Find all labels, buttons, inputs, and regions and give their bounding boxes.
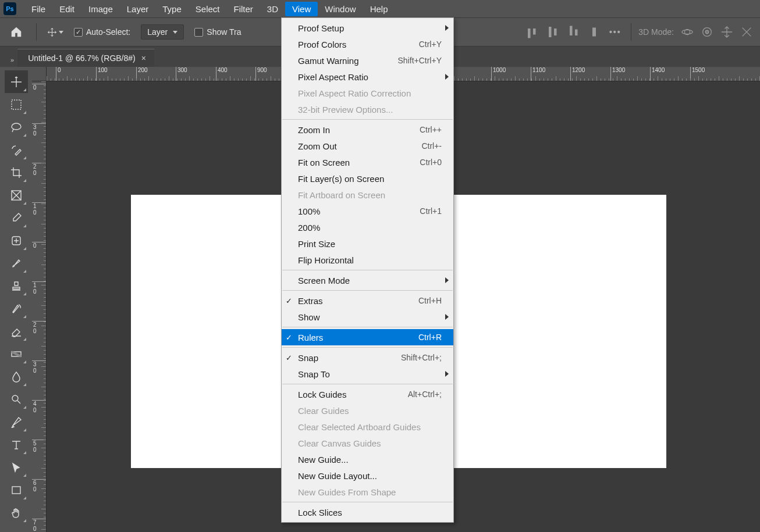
view-menu-dropdown: Proof SetupProof ColorsCtrl+YGamut Warni…: [281, 17, 454, 523]
menu-item-gamut-warning[interactable]: Gamut WarningShift+Ctrl+Y: [282, 52, 453, 69]
eyedropper-tool[interactable]: [5, 206, 28, 229]
menu-type[interactable]: Type: [155, 2, 189, 16]
align-bottom-icon[interactable]: [564, 23, 582, 41]
menu-item-extras[interactable]: ✓ExtrasCtrl+H: [282, 292, 453, 309]
menu-item-clear-selected-artboard-guides: Clear Selected Artboard Guides: [282, 419, 453, 435]
expand-tabs-icon[interactable]: »: [7, 53, 17, 67]
svg-point-1: [682, 30, 692, 34]
layer-select[interactable]: Layer: [141, 24, 184, 40]
menu-item-lock-slices[interactable]: Lock Slices: [282, 504, 453, 520]
show-transform-checkbox[interactable]: Show Tra: [194, 27, 241, 37]
roll-icon[interactable]: [701, 26, 713, 38]
menu-separator: [282, 290, 453, 291]
align-distribute-icon[interactable]: [585, 23, 603, 41]
menu-item-print-size[interactable]: Print Size: [282, 235, 453, 252]
menu-layer[interactable]: Layer: [120, 2, 156, 16]
show-transform-label: Show Tra: [207, 27, 241, 37]
vertical-ruler[interactable]: 0302010010203040506070: [32, 81, 47, 532]
menu-item-zoom-out[interactable]: Zoom OutCtrl+-: [282, 138, 453, 154]
dodge-tool[interactable]: [5, 388, 28, 410]
menu-select[interactable]: Select: [189, 2, 227, 16]
menu-view[interactable]: View: [285, 2, 318, 16]
menu-item-new-guide[interactable]: New Guide...: [282, 451, 453, 467]
type-tool[interactable]: [5, 433, 28, 456]
document-tab[interactable]: Untitled-1 @ 66.7% (RGB/8#) ×: [17, 49, 154, 67]
auto-select-label: Auto-Select:: [86, 27, 130, 37]
rectangle-tool[interactable]: [5, 479, 28, 501]
pan-icon[interactable]: [720, 26, 733, 38]
orbit-icon[interactable]: [681, 26, 694, 38]
menu-item-pixel-aspect-ratio[interactable]: Pixel Aspect Ratio: [282, 69, 453, 85]
quick-select-tool[interactable]: [5, 138, 28, 161]
menu-separator: [282, 119, 453, 120]
menu-item-200[interactable]: 200%: [282, 219, 453, 235]
svg-point-3: [705, 30, 709, 34]
menu-separator: [282, 502, 453, 502]
align-vcenter-icon[interactable]: [544, 23, 561, 41]
menu-item-flip-horizontal[interactable]: Flip Horizontal: [282, 252, 453, 268]
svg-rect-9: [12, 487, 20, 494]
gradient-tool[interactable]: [5, 342, 28, 365]
stamp-tool[interactable]: [5, 274, 28, 297]
rect-marquee-tool[interactable]: [5, 93, 28, 116]
hand-tool[interactable]: [5, 501, 28, 524]
menu-separator: [282, 270, 453, 270]
3d-mode-label: 3D Mode:: [638, 27, 674, 37]
menu-item-lock-guides[interactable]: Lock GuidesAlt+Ctrl+;: [282, 386, 453, 402]
ruler-origin[interactable]: [32, 67, 47, 81]
align-top-icon[interactable]: [523, 23, 540, 41]
path-select-tool[interactable]: [5, 456, 28, 479]
move-tool-icon[interactable]: [47, 24, 63, 40]
frame-tool[interactable]: [5, 184, 28, 206]
lasso-tool[interactable]: [5, 116, 28, 138]
menu-separator: [282, 384, 453, 384]
menu-item-zoom-in[interactable]: Zoom InCtrl++: [282, 122, 453, 138]
svg-point-8: [12, 395, 18, 401]
menu-item-proof-setup[interactable]: Proof Setup: [282, 20, 453, 36]
svg-rect-4: [12, 100, 21, 109]
menu-item-32-bit-preview-options: 32-bit Preview Options...: [282, 101, 453, 117]
document-tab-title: Untitled-1 @ 66.7% (RGB/8#): [28, 53, 136, 63]
align-buttons: ••• 3D Mode:: [523, 23, 753, 41]
more-options-icon[interactable]: •••: [606, 23, 624, 41]
tools-panel: [0, 67, 32, 532]
menu-separator: [282, 347, 453, 348]
menu-window[interactable]: Window: [318, 2, 363, 16]
slide-icon[interactable]: [740, 26, 753, 38]
menu-item-rulers[interactable]: ✓RulersCtrl+R: [282, 329, 453, 345]
menu-item-new-guide-layout[interactable]: New Guide Layout...: [282, 467, 453, 484]
3d-mode-group: 3D Mode:: [638, 23, 753, 41]
menu-item-show[interactable]: Show: [282, 309, 453, 325]
crop-tool[interactable]: [5, 161, 28, 184]
menu-item-proof-colors[interactable]: Proof ColorsCtrl+Y: [282, 36, 453, 52]
app-logo: Ps: [3, 2, 16, 15]
menu-item-pixel-aspect-ratio-correction: Pixel Aspect Ratio Correction: [282, 85, 453, 101]
brush-tool[interactable]: [5, 252, 28, 274]
menu-item-clear-guides: Clear Guides: [282, 402, 453, 419]
menu-item-snap[interactable]: ✓SnapShift+Ctrl+;: [282, 349, 453, 366]
menu-item-snap-to[interactable]: Snap To: [282, 366, 453, 382]
move-tool[interactable]: [5, 70, 28, 93]
auto-select-checkbox[interactable]: Auto-Select:: [74, 27, 130, 37]
menu-3d[interactable]: 3D: [260, 2, 285, 16]
menu-filter[interactable]: Filter: [227, 2, 260, 16]
menu-item-new-guides-from-shape: New Guides From Shape: [282, 484, 453, 500]
heal-tool[interactable]: [5, 229, 28, 252]
menu-item-100[interactable]: 100%Ctrl+1: [282, 203, 453, 219]
close-tab-icon[interactable]: ×: [141, 53, 146, 63]
pen-tool[interactable]: [5, 410, 28, 433]
menu-item-fit-layer-s-on-screen[interactable]: Fit Layer(s) on Screen: [282, 170, 453, 187]
menu-image[interactable]: Image: [81, 2, 120, 16]
blur-tool[interactable]: [5, 365, 28, 388]
menubar: Ps FileEditImageLayerTypeSelectFilter3DV…: [0, 0, 760, 17]
home-button[interactable]: [7, 23, 26, 41]
menu-edit[interactable]: Edit: [52, 2, 81, 16]
history-brush-tool[interactable]: [5, 297, 28, 320]
eraser-tool[interactable]: [5, 320, 28, 342]
menu-help[interactable]: Help: [363, 2, 395, 16]
menu-file[interactable]: File: [24, 2, 52, 16]
menu-separator: [282, 327, 453, 327]
menu-item-screen-mode[interactable]: Screen Mode: [282, 272, 453, 288]
menu-item-fit-artboard-on-screen: Fit Artboard on Screen: [282, 187, 453, 203]
menu-item-fit-on-screen[interactable]: Fit on ScreenCtrl+0: [282, 154, 453, 170]
